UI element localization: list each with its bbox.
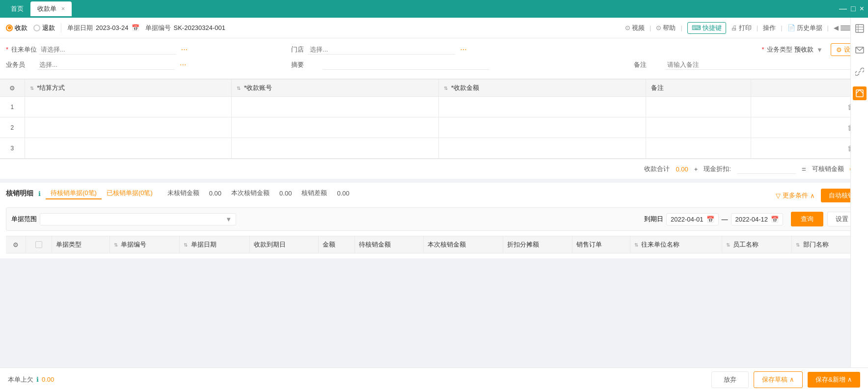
radio-collection[interactable]: 收款	[6, 24, 27, 32]
table-header-row: ⚙ ⇅ *结算方式 ⇅ *收款账号 ⇅ *收款金额 备注 操	[0, 80, 868, 97]
row3-remarks[interactable]	[646, 138, 751, 159]
query-btn[interactable]: 查询	[791, 212, 823, 226]
row3-account[interactable]	[232, 138, 439, 159]
bth-pending: 待核销金额	[354, 236, 423, 253]
filter-range-label: 单据范围	[11, 215, 37, 223]
history-btn[interactable]: 📄 历史单据	[787, 24, 822, 32]
sidebar-table-icon[interactable]	[853, 22, 867, 35]
date-from-calendar-icon[interactable]: 📅	[706, 216, 714, 223]
history-label: 历史单据	[797, 24, 822, 32]
select-all-checkbox[interactable]	[35, 241, 42, 248]
due-date-label: 到期日	[644, 215, 663, 223]
tab-home[interactable]: 首页	[4, 1, 30, 16]
discard-btn[interactable]: 放弃	[711, 371, 749, 388]
layout-list-icon[interactable]	[841, 24, 850, 32]
bottom-table-head: ⚙ 单据类型 ⇅ 单据编号 ⇅ 单据日期	[6, 236, 862, 253]
tab-close-icon[interactable]: ×	[61, 5, 65, 12]
row1-remarks[interactable]	[646, 97, 751, 117]
footer-info-icon[interactable]: ℹ	[36, 376, 39, 383]
bill-no-field: 单据编号 SK-20230324-001	[145, 24, 226, 32]
radio-refund[interactable]: 退款	[33, 24, 55, 32]
print-icon: 🖨	[731, 24, 737, 31]
sidebar-expand-icon[interactable]	[853, 86, 867, 100]
row3-settlement[interactable]	[25, 138, 232, 159]
summary-field: 摘要	[291, 60, 634, 70]
filter-range-select[interactable]: ▼	[40, 213, 236, 225]
biz-type-select[interactable]: 预收款 ▼	[794, 45, 823, 54]
bill-value: SK-20230324-001	[174, 24, 226, 31]
calendar-icon[interactable]: 📅	[132, 24, 139, 31]
store-input[interactable]	[308, 45, 455, 55]
tab-current[interactable]: 收款单 ×	[30, 1, 72, 16]
date-to-value: 2022-04-12	[735, 216, 768, 223]
th-settlement: ⇅ *结算方式	[25, 80, 232, 97]
bottom-gear-icon[interactable]: ⚙	[10, 241, 22, 249]
print-btn[interactable]: 🖨 打印	[731, 24, 752, 32]
store-more-btn[interactable]: ···	[460, 45, 466, 54]
window-close-btn[interactable]: ×	[860, 4, 864, 13]
row2-settlement[interactable]	[25, 117, 232, 138]
window-min-btn[interactable]: —	[839, 4, 847, 13]
staff-more-btn[interactable]: ···	[180, 60, 186, 69]
diff-label: 核销差额	[301, 189, 327, 197]
video-btn[interactable]: ⊙ 视频	[625, 24, 645, 32]
from-unit-more-btn[interactable]: ···	[181, 45, 188, 54]
discount-input[interactable]	[737, 164, 796, 174]
date-to-input[interactable]: 2022-04-12 📅	[731, 213, 784, 225]
biz-type-field: * 业务类型 预收款 ▼ ⚙ 设置	[634, 43, 862, 56]
page-footer: 本单上欠 ℹ 0.00 放弃 保存草稿 ∧ 保存&新增 ∧	[0, 367, 868, 391]
tab-pending[interactable]: 待核销单据(0笔)	[46, 188, 102, 199]
save-new-btn[interactable]: 保存&新增 ∧	[808, 372, 860, 388]
th-amount: ⇅ *收款金额	[439, 80, 646, 97]
staff-input[interactable]	[37, 60, 175, 70]
save-draft-btn[interactable]: 保存草稿 ∧	[754, 371, 803, 388]
row2-remarks[interactable]	[646, 117, 751, 138]
ops-btn[interactable]: 操作	[763, 24, 776, 32]
th-remarks: 备注	[646, 80, 751, 97]
from-unit-label: * 往来单位	[6, 45, 37, 54]
date-to-calendar-icon[interactable]: 📅	[771, 216, 779, 223]
tab-done[interactable]: 已核销单据(0笔)	[102, 188, 158, 199]
bth-discount-label: 折扣分摊额	[507, 241, 539, 248]
more-conditions-btn[interactable]: ▽ 更多条件 ∧	[776, 191, 815, 200]
row1-amount[interactable]	[439, 97, 646, 117]
date-from-input[interactable]: 2022-04-01 📅	[666, 213, 719, 225]
window-max-btn[interactable]: □	[851, 4, 856, 13]
row1-settlement[interactable]	[25, 97, 232, 117]
remarks-input[interactable]	[665, 60, 862, 70]
filter-icon: ▽	[776, 192, 781, 199]
th-account: ⇅ *收款账号	[232, 80, 439, 97]
row3-amount[interactable]	[439, 138, 646, 159]
bottom-header-row: ⚙ 单据类型 ⇅ 单据编号 ⇅ 单据日期	[6, 236, 862, 253]
row1-num: 1	[0, 97, 25, 117]
bth-staff-name: ⇅ 员工名称	[722, 236, 792, 253]
row1-account[interactable]	[232, 97, 439, 117]
store-label: 门店	[291, 45, 306, 54]
row2-account[interactable]	[232, 117, 439, 138]
biz-type-arrow-icon: ▼	[816, 46, 823, 54]
date-field: 单据日期 2023-03-24 📅	[67, 24, 139, 32]
sidebar-link-icon[interactable]	[853, 65, 867, 79]
from-unit-input[interactable]	[39, 45, 176, 55]
table-gear-icon[interactable]: ⚙	[5, 84, 20, 92]
from-unit-required: *	[6, 46, 8, 53]
bth-unit-name: ⇅ 往来单位名称	[630, 236, 722, 253]
shortcut-btn[interactable]: ⌨ 快捷键	[687, 22, 726, 34]
row2-amount[interactable]	[439, 117, 646, 138]
sidebar-mail-icon[interactable]	[853, 43, 867, 57]
bth-sales-order-label: 销售订单	[576, 241, 602, 248]
print-label: 打印	[739, 24, 752, 32]
bth-bill-date: ⇅ 单据日期	[180, 236, 250, 253]
prev-icon[interactable]: ◀	[834, 24, 839, 31]
history-icon: 📄	[787, 24, 795, 31]
unit-name-sort-icon: ⇅	[634, 242, 638, 248]
filter-range-arrow-icon: ▼	[225, 216, 232, 223]
eq-sign: =	[802, 165, 806, 173]
verify-title: 核销明细	[6, 189, 33, 198]
save-new-label: 保存&新增	[815, 375, 845, 384]
summary-input[interactable]	[323, 60, 489, 70]
table-head: ⚙ ⇅ *结算方式 ⇅ *收款账号 ⇅ *收款金额 备注 操	[0, 80, 868, 97]
verify-info-icon[interactable]: ℹ	[38, 190, 41, 197]
help-btn[interactable]: ⊙ 帮助	[656, 24, 676, 32]
row2-actions: 🗑 ⧉	[756, 123, 863, 132]
